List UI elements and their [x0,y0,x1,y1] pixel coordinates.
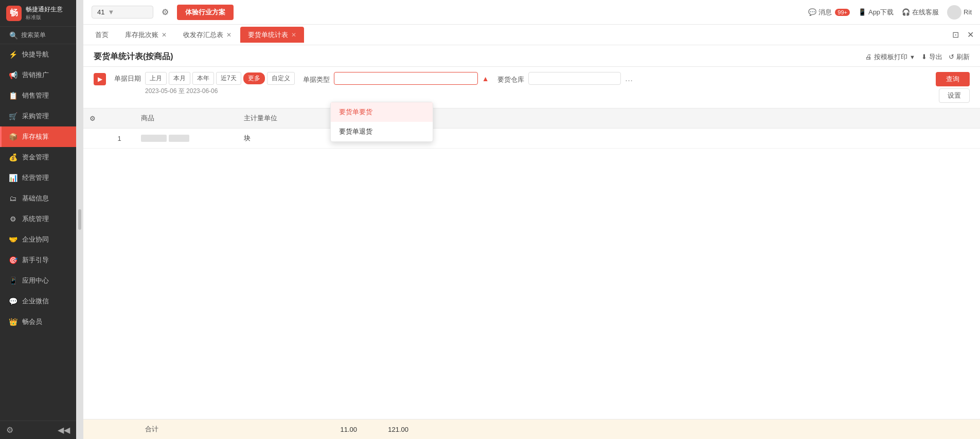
trial-button[interactable]: 体验行业方案 [177,5,234,20]
logo-sub: 标准版 [26,14,63,21]
type-filter-chevron-up-icon[interactable]: ▲ [482,75,489,83]
search-menu-item[interactable]: 🔍 搜索菜单 [0,27,76,44]
tab-receivable-summary-label: 收发存汇总表 [183,30,223,40]
column-settings-icon[interactable]: ⚙ [90,115,96,122]
app-download-action[interactable]: 📱 App下载 [858,8,894,17]
sidebar-item-finance[interactable]: 💰 资金管理 [0,147,76,168]
filter-expand-button[interactable]: ▶ [94,73,106,85]
sidebar-item-vip[interactable]: 👑 畅会员 [0,312,76,332]
vip-label: 畅会员 [22,317,42,326]
date-shortcuts: 上月 本月 本年 近7天 更多 自定义 [145,72,295,85]
topbar-right: 💬 消息 99+ 📱 App下载 🎧 在线客服 Rit [808,5,972,20]
sidebar-scrollbar[interactable] [76,0,83,439]
date-last-7-days-btn[interactable]: 近7天 [216,72,241,85]
sidebar-item-guide[interactable]: 🎯 新手引导 [0,250,76,270]
user-menu[interactable]: Rit [947,5,972,20]
sidebar-item-inventory[interactable]: 📦 库存核算 [0,126,76,147]
page-content: 要货单统计表(按商品) 🖨 按模板打印 ▼ ⬇ 导出 ↺ 刷新 ▶ [83,45,980,439]
cell-checkbox [83,129,104,149]
logo-name: 畅捷通好生意 [26,5,63,14]
date-last-month-btn[interactable]: 上月 [145,72,167,85]
date-range-display: 2023-05-06 至 2023-06-06 [145,87,295,96]
footer-quantity: 11.00 [306,426,357,433]
refresh-icon: ↺ [949,53,954,61]
app-center-icon: 📱 [8,276,18,286]
refresh-label: 刷新 [956,52,970,62]
messages-action[interactable]: 💬 消息 99+ [808,8,850,17]
tab-home[interactable]: 首页 [87,27,116,43]
cooperation-label: 企业协同 [22,235,49,244]
th-settings[interactable]: ⚙ [83,108,104,129]
topbar: 41 ▼ ⚙ 体验行业方案 💬 消息 99+ 📱 App下载 🎧 在线客服 [83,0,980,25]
refresh-button[interactable]: ↺ 刷新 [949,52,970,62]
marketing-label: 营销推广 [22,70,49,80]
tab-inventory-batch[interactable]: 库存批次账 ✕ [117,27,174,43]
product-placeholder [141,135,231,142]
table-area: ⚙ 商品 主计量单位 主数量 零售金额 1 [83,108,980,419]
date-this-year-btn[interactable]: 本年 [192,72,214,85]
print-template-button[interactable]: 🖨 按模板打印 ▼ [865,52,915,62]
type-filter-input[interactable] [334,72,478,85]
date-custom-btn[interactable]: 自定义 [267,72,295,85]
settings-icon[interactable]: ⚙ [6,425,13,435]
tab-receivable-summary[interactable]: 收发存汇总表 ✕ [175,27,239,43]
collapse-icon[interactable]: ◀◀ [58,425,70,435]
tab-receivable-summary-close[interactable]: ✕ [226,31,231,39]
export-button[interactable]: ⬇ 导出 [921,52,942,62]
cell-product [135,129,238,149]
operations-label: 经营管理 [22,173,49,182]
tab-bar: 首页 库存批次账 ✕ 收发存汇总表 ✕ 要货单统计表 ✕ ⊡ ✕ [83,25,980,45]
sidebar-item-app-center[interactable]: 📱 应用中心 [0,270,76,291]
app-download-label: App下载 [868,8,894,17]
table-row: 1 块 11.00 121.00 [83,129,980,149]
tab-order-stats-close[interactable]: ✕ [291,31,296,39]
sidebar-item-marketing[interactable]: 📢 营销推广 [0,65,76,85]
search-label: 搜索菜单 [21,31,46,40]
logo-area: 畅 畅捷通好生意 标准版 [0,0,76,27]
sidebar-item-operations[interactable]: 📊 经营管理 [0,168,76,188]
sidebar-item-system[interactable]: ⚙ 系统管理 [0,209,76,229]
company-selector[interactable]: 41 ▼ [92,6,153,19]
dropdown-item-return[interactable]: 要货单退货 [331,122,433,141]
quick-nav-icon: ⚡ [8,49,18,60]
warehouse-more-icon[interactable]: … [625,74,633,83]
page-title: 要货单统计表(按商品) [94,51,173,62]
search-icon: 🔍 [9,31,18,40]
logo-text-block: 畅捷通好生意 标准版 [26,5,63,21]
tab-close-all-icon[interactable]: ✕ [965,28,976,42]
purchase-icon: 🛒 [8,111,18,121]
topbar-gear-icon[interactable]: ⚙ [159,5,171,19]
sidebar-bottom: ⚙ ◀◀ [0,420,76,439]
tab-inventory-batch-label: 库存批次账 [125,30,158,40]
user-avatar [947,5,961,20]
tab-inventory-batch-close[interactable]: ✕ [162,31,167,39]
tab-order-stats[interactable]: 要货单统计表 ✕ [240,27,304,43]
sidebar-item-purchase[interactable]: 🛒 采购管理 [0,106,76,126]
date-more-btn[interactable]: 更多 [243,72,265,84]
query-button[interactable]: 查询 [936,72,970,86]
sidebar-item-sales[interactable]: 📋 销售管理 [0,85,76,106]
finance-label: 资金管理 [22,153,49,162]
warehouse-filter-input[interactable] [528,72,621,85]
user-name: Rit [964,8,972,16]
wechat-label: 企业微信 [22,297,49,306]
dropdown-item-order[interactable]: 要货单要货 [331,102,433,122]
online-service-action[interactable]: 🎧 在线客服 [902,8,939,17]
table-body: 1 块 11.00 121.00 [83,129,980,149]
sidebar-item-quick-nav[interactable]: ⚡ 快捷导航 [0,44,76,65]
sidebar-item-basic-info[interactable]: 🗂 基础信息 [0,188,76,209]
system-label: 系统管理 [22,214,49,224]
sidebar-item-cooperation[interactable]: 🤝 企业协同 [0,229,76,250]
phone-icon: 📱 [858,8,866,16]
date-this-month-btn[interactable]: 本月 [169,72,190,85]
guide-label: 新手引导 [22,255,49,265]
export-icon: ⬇ [921,53,927,61]
sidebar-item-wechat[interactable]: 💬 企业微信 [0,291,76,312]
tab-maximize-icon[interactable]: ⊡ [950,28,961,42]
sales-label: 销售管理 [22,91,49,100]
sidebar: 畅 畅捷通好生意 标准版 🔍 搜索菜单 ⚡ 快捷导航 📢 营销推广 📋 销售管理… [0,0,76,439]
basic-info-label: 基础信息 [22,194,49,203]
print-icon: 🖨 [865,53,872,61]
settings-button[interactable]: 设置 [939,88,970,103]
quick-nav-label: 快捷导航 [22,50,49,59]
